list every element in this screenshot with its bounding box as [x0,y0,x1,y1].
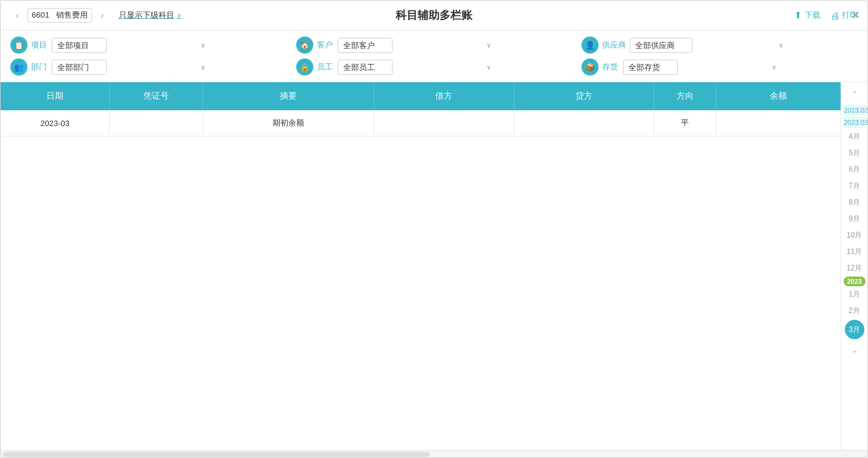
account-code: 6601 [32,10,49,19]
cell-date: 2023-03 [1,110,110,136]
filter-supplier: 👤 供应商 全部供应商 [582,37,858,54]
close-button[interactable]: ✕ [851,10,860,21]
cell-debit [374,110,514,136]
sidebar-month-9[interactable]: 9月 [844,211,866,227]
col-header-balance: 余额 [716,82,841,110]
sidebar-month-2[interactable]: 2月 [844,303,866,319]
col-header-summary: 摘要 [203,82,374,110]
cell-voucher [110,110,203,136]
sidebar-month-1[interactable]: 1月 [844,286,866,303]
project-label: 项目 [31,40,48,51]
customer-label: 客户 [317,40,334,51]
col-header-credit: 贷方 [514,82,654,110]
project-icon: 📋 [10,37,27,54]
scroll-track [3,452,430,457]
bottom-scrollbar[interactable] [1,450,867,457]
account-label: 6601 销售费用 [27,8,92,23]
sidebar-month-4[interactable]: 4月 [844,129,866,145]
sidebar-month-7[interactable]: 7月 [844,178,866,194]
chevron-down-icon: ∨ [177,12,182,19]
inventory-label: 存货 [602,62,619,72]
cell-balance [716,110,841,136]
filter-customer: 🏠 客户 全部客户 [296,37,572,54]
right-sidebar: ⌃ 2023.03 2023.03 4月 5月 6月 7月 8月 9月 10月 … [841,82,867,450]
period-indicator-1[interactable]: 2023.03 [843,105,866,116]
sidebar-month-10[interactable]: 10月 [844,227,866,244]
period-indicator-2[interactable]: 2023.03 [843,117,866,128]
filter-project: 📋 项目 全部项目 [10,37,286,54]
filter-label: 只显示下级科目 [119,10,174,21]
col-header-debit: 借方 [374,82,514,110]
col-header-direction: 方向 [654,82,716,110]
show-sub-accounts-button[interactable]: 只显示下级科目 ∨ [119,10,182,21]
col-header-voucher: 凭证号 [110,82,203,110]
account-navigation: ‹ 6601 销售费用 › [10,8,109,23]
prev-account-button[interactable]: ‹ [10,9,24,22]
supplier-label: 供应商 [602,40,626,51]
employee-icon: 🔒 [296,58,313,76]
print-icon: 🖨 [830,10,839,21]
customer-select[interactable]: 全部客户 [338,38,393,53]
download-button[interactable]: ⬆ 下载 [794,10,820,21]
sidebar-month-11[interactable]: 11月 [844,244,866,260]
department-icon: 👥 [10,58,27,76]
col-header-date: 日期 [1,82,110,110]
cell-summary: 期初余额 [203,110,374,136]
filter-area: 📋 项目 全部项目 🏠 客户 全部客户 👤 供应商 [1,30,867,82]
sidebar-month-6[interactable]: 6月 [844,161,866,178]
sidebar-scroll-down-button[interactable]: ⌄ [845,340,864,359]
employee-select[interactable]: 全部员工 [338,60,393,75]
filter-row-2: 👥 部门 全部部门 🔒 员工 全部员工 📦 存货 [10,58,858,76]
table-row[interactable]: 2023-03 期初余额 平 [1,110,841,136]
sidebar-month-5[interactable]: 5月 [844,145,866,161]
sidebar-month-3[interactable]: 3月 [845,320,864,339]
account-name: 销售费用 [56,10,88,19]
inventory-icon: 📦 [582,58,599,76]
download-icon: ⬆ [794,10,802,21]
supplier-icon: 👤 [582,37,599,54]
project-select[interactable]: 全部项目 [52,38,107,53]
ledger-table: 日期 凭证号 摘要 借方 贷方 方向 余额 2023-03 期初余额 [1,82,841,136]
cell-direction: 平 [654,110,716,136]
employee-label: 员工 [317,62,334,72]
sidebar-scroll-up-button[interactable]: ⌃ [845,85,864,104]
sidebar-year-badge[interactable]: 2023 [844,277,866,286]
main-content: 日期 凭证号 摘要 借方 贷方 方向 余额 2023-03 期初余额 [1,82,867,450]
supplier-select[interactable]: 全部供应商 [630,38,692,53]
filter-row-1: 📋 项目 全部项目 🏠 客户 全部客户 👤 供应商 [10,37,858,54]
next-account-button[interactable]: › [96,9,109,22]
inventory-select[interactable]: 全部存货 [623,60,678,75]
download-label: 下载 [805,10,820,21]
filter-employee: 🔒 员工 全部员工 [296,58,572,76]
main-window: ‹ 6601 销售费用 › 只显示下级科目 ∨ 科目辅助多栏账 ⬆ 下载 🖨 打… [0,0,868,458]
top-actions: ⬆ 下载 🖨 打印 [794,10,858,21]
customer-icon: 🏠 [296,37,313,54]
department-select[interactable]: 全部部门 [52,60,107,75]
department-label: 部门 [31,62,48,72]
page-title: 科目辅助多栏账 [396,8,472,23]
filter-department: 👥 部门 全部部门 [10,58,286,76]
filter-inventory: 📦 存货 全部存货 [582,58,858,76]
cell-credit [514,110,654,136]
top-bar: ‹ 6601 销售费用 › 只显示下级科目 ∨ 科目辅助多栏账 ⬆ 下载 🖨 打… [1,1,867,30]
sidebar-month-12[interactable]: 12月 [844,260,866,277]
table-header-row: 日期 凭证号 摘要 借方 贷方 方向 余额 [1,82,841,110]
table-area[interactable]: 日期 凭证号 摘要 借方 贷方 方向 余额 2023-03 期初余额 [1,82,841,450]
sidebar-month-8[interactable]: 8月 [844,194,866,211]
